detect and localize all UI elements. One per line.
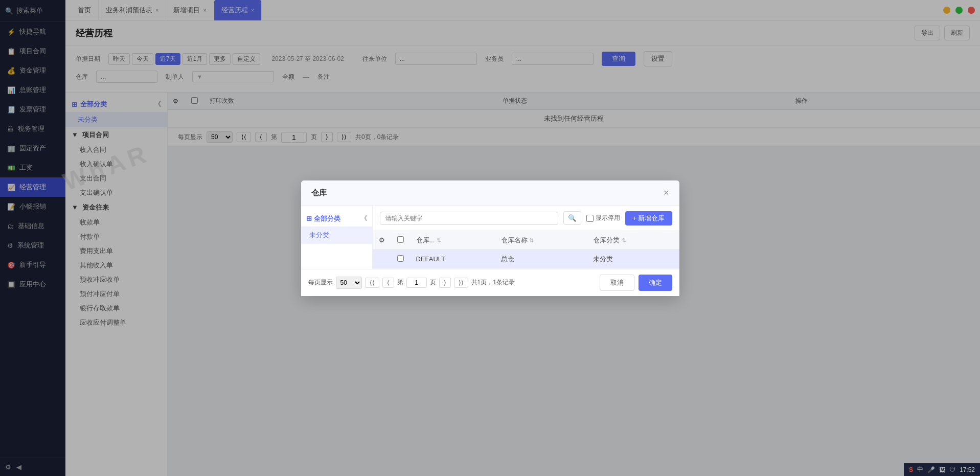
row-name-cell: 总仓 bbox=[495, 250, 587, 268]
modal-select-all-checkbox[interactable] bbox=[397, 236, 404, 243]
warehouse-search-button[interactable]: 🔍 bbox=[563, 211, 581, 225]
modal-content: 🔍 显示停用 + 新增仓库 ⚙ bbox=[373, 206, 679, 269]
modal-prev-page[interactable]: ⟨ bbox=[382, 278, 394, 288]
modal-th-category: 仓库分类 ⇅ bbox=[587, 231, 679, 250]
modal-body: ⊞ 全部分类 《 未分类 🔍 显示停用 bbox=[301, 206, 679, 269]
modal-sidebar-unclassified[interactable]: 未分类 bbox=[301, 226, 372, 244]
modal-close-button[interactable]: × bbox=[664, 188, 669, 198]
confirm-button[interactable]: 确定 bbox=[639, 275, 672, 291]
modal-th-name-label: 仓库名称 bbox=[501, 236, 528, 244]
warehouse-search-input[interactable] bbox=[380, 212, 559, 225]
modal-sidebar-all-label: 全部分类 bbox=[314, 214, 340, 223]
system-time: 17:52 bbox=[960, 466, 975, 473]
modal-collapse-icon[interactable]: 《 bbox=[361, 214, 367, 223]
tray-icon-4: 🛡 bbox=[949, 466, 955, 473]
modal-th-name: 仓库名称 ⇅ bbox=[495, 231, 587, 250]
modal-th-checkbox[interactable] bbox=[391, 231, 410, 250]
system-tray: S 中 🎤 🖼 🛡 17:52 bbox=[904, 463, 980, 476]
modal-footer: 每页显示 50 100 ⟨⟨ ⟨ 第 页 ⟩ ⟩⟩ 共1页，1条记录 取消 确定 bbox=[301, 269, 679, 296]
modal-sidebar-unclassified-label: 未分类 bbox=[309, 231, 329, 240]
modal-table-area: ⚙ 仓库... ⇅ 仓库名称 bbox=[373, 231, 679, 269]
modal-overlay: 仓库 × ⊞ 全部分类 《 未分类 bbox=[0, 0, 980, 476]
modal-title: 仓库 bbox=[311, 188, 327, 198]
cancel-button[interactable]: 取消 bbox=[600, 275, 634, 291]
modal-table-row[interactable]: DEFAULT 总仓 未分类 bbox=[373, 250, 679, 268]
modal-sidebar: ⊞ 全部分类 《 未分类 bbox=[301, 206, 373, 269]
modal-total-label: 共1页，1条记录 bbox=[471, 278, 515, 287]
modal-table: ⚙ 仓库... ⇅ 仓库名称 bbox=[373, 231, 679, 269]
modal-per-page-label: 每页显示 bbox=[308, 278, 333, 287]
row-settings-cell bbox=[373, 250, 391, 268]
sort-code-icon[interactable]: ⇅ bbox=[437, 237, 441, 243]
search-magnify-icon: 🔍 bbox=[568, 214, 577, 222]
modal-toolbar: 🔍 显示停用 + 新增仓库 bbox=[373, 206, 679, 231]
add-warehouse-button[interactable]: + 新增仓库 bbox=[625, 211, 672, 225]
modal-header: 仓库 × bbox=[301, 180, 679, 206]
modal-th-code: 仓库... ⇅ bbox=[410, 231, 495, 250]
modal-per-page-select[interactable]: 50 100 bbox=[336, 277, 362, 289]
modal-footer-actions: 取消 确定 bbox=[600, 275, 672, 291]
modal-th-settings[interactable]: ⚙ bbox=[373, 231, 391, 250]
sort-category-icon[interactable]: ⇅ bbox=[622, 237, 626, 243]
row-code-cell: DEFAULT bbox=[410, 250, 495, 268]
modal-grid-icon: ⊞ bbox=[306, 215, 312, 222]
modal-page-label: 第 bbox=[397, 278, 403, 287]
modal-sidebar-all[interactable]: ⊞ 全部分类 《 bbox=[301, 211, 372, 226]
modal-last-page[interactable]: ⟩⟩ bbox=[454, 278, 468, 288]
show-disabled-text: 显示停用 bbox=[596, 214, 620, 222]
tray-icon-3: 🖼 bbox=[939, 466, 945, 473]
modal-th-code-label: 仓库... bbox=[416, 236, 435, 244]
tray-icon-1: 中 bbox=[917, 465, 923, 474]
show-disabled-checkbox[interactable] bbox=[586, 215, 594, 222]
modal-first-page[interactable]: ⟨⟨ bbox=[365, 278, 379, 288]
modal-settings-icon: ⚙ bbox=[379, 236, 385, 244]
sort-name-icon[interactable]: ⇅ bbox=[529, 237, 534, 243]
s-logo: S bbox=[909, 466, 913, 473]
row-category-cell: 未分类 bbox=[587, 250, 679, 268]
modal-th-category-label: 仓库分类 bbox=[593, 236, 620, 244]
warehouse-modal: 仓库 × ⊞ 全部分类 《 未分类 bbox=[301, 180, 679, 296]
row-checkbox[interactable] bbox=[397, 255, 404, 262]
show-disabled-label[interactable]: 显示停用 bbox=[586, 214, 620, 222]
modal-page-end: 页 bbox=[430, 278, 436, 287]
modal-page-input[interactable] bbox=[406, 278, 427, 288]
modal-next-page[interactable]: ⟩ bbox=[439, 278, 451, 288]
row-checkbox-cell[interactable] bbox=[391, 250, 410, 268]
tray-icon-2: 🎤 bbox=[927, 466, 935, 473]
